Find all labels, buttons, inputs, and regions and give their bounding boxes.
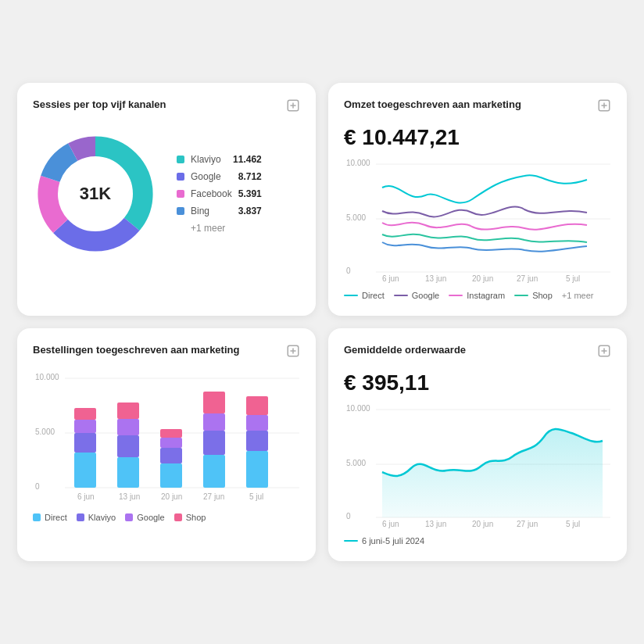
aov-y-10000: 10.000 (346, 404, 370, 413)
aov-svg: 10.000 5.000 0 6 jun 13 jun 20 jun 27 ju… (344, 402, 611, 527)
legend-dot-klaviyo (177, 156, 184, 163)
bar-6jun-google (74, 420, 96, 433)
legend-item-klaviyo: Klaviyo 11.462 (177, 154, 262, 165)
legend-value-google: 8.712 (238, 171, 262, 182)
aov-card: Gemiddelde orderwaarde € 395,11 10.000 5… (328, 328, 627, 561)
donut-chart: 31K (33, 131, 158, 256)
bar-27jun-direct (203, 455, 225, 488)
aov-legend: 6 juni-5 juli 2024 (344, 536, 611, 546)
bar-27jun-klaviyo (203, 431, 225, 455)
bar-x-5jul: 5 jul (249, 492, 263, 501)
donut-card: Sessies per top vijf kanalen (17, 83, 316, 316)
omzet-x-13jun: 13 jun (425, 274, 446, 283)
omzet-legend-label-direct: Direct (362, 291, 385, 300)
legend-label-klaviyo: Klaviyo (191, 154, 227, 165)
bestellingen-legend-label-klaviyo: Klaviyo (88, 513, 116, 522)
bar-y-5000: 5.000 (35, 428, 55, 436)
omzet-line-instagram (382, 223, 587, 230)
bestellingen-title: Bestellingen toegeschreven aan marketing (33, 344, 239, 356)
aov-legend-item: 6 juni-5 juli 2024 (344, 536, 424, 546)
bar-20jun-shop (160, 429, 182, 438)
aov-amount: € 395,11 (344, 370, 611, 395)
legend-label-bing: Bing (191, 206, 232, 216)
legend-value-facebook: 5.391 (238, 188, 262, 199)
bar-13jun-klaviyo (117, 435, 139, 457)
aov-x-20jun: 20 jun (472, 520, 493, 528)
bestellingen-svg: 10.000 5.000 0 (33, 370, 300, 503)
bestellingen-export-icon[interactable] (286, 344, 300, 361)
omzet-y-5000: 5.000 (346, 213, 366, 222)
legend-value-bing: 3.837 (238, 206, 262, 216)
omzet-legend-label-instagram: Instagram (467, 291, 505, 300)
omzet-line-direct2 (382, 242, 587, 252)
bestellingen-legend-shop: Shop (174, 513, 206, 522)
aov-legend-line (344, 540, 358, 542)
bar-5jul-klaviyo (246, 431, 268, 451)
donut-center-value: 31K (80, 184, 111, 204)
bestellingen-legend-label-direct: Direct (45, 513, 67, 522)
bestellingen-legend-google: Google (125, 513, 164, 522)
omzet-legend-line-google (394, 295, 408, 296)
omzet-x-5jul: 5 jul (566, 274, 580, 283)
omzet-card: Omzet toegeschreven aan marketing € 10.4… (328, 83, 627, 316)
omzet-x-6jun: 6 jun (382, 274, 399, 283)
aov-y-0: 0 (346, 512, 351, 521)
omzet-legend-google: Google (394, 291, 439, 300)
bestellingen-legend-direct: Direct (33, 513, 67, 522)
legend-dot-bing (177, 207, 184, 215)
omzet-line-shop (382, 234, 587, 242)
bestellingen-legend: Direct Klaviyo Google Shop (33, 513, 300, 522)
omzet-x-20jun: 20 jun (472, 274, 493, 283)
bestellingen-legend-klaviyo: Klaviyo (77, 513, 116, 522)
omzet-line-direct (382, 175, 587, 202)
aov-export-icon[interactable] (597, 344, 611, 361)
omzet-x-27jun: 27 jun (517, 274, 538, 283)
bar-x-6jun: 6 jun (77, 492, 95, 501)
aov-x-27jun: 27 jun (517, 520, 538, 528)
omzet-legend-line-shop (514, 295, 528, 296)
aov-area-fill (382, 429, 603, 517)
aov-legend-label: 6 juni-5 juli 2024 (362, 536, 424, 546)
bar-y-10000: 10.000 (35, 373, 59, 381)
donut-content: 31K Klaviyo 11.462 Google 8.712 Facebook… (33, 125, 300, 263)
legend-dot-facebook (177, 190, 184, 198)
bestellingen-chart-area: 10.000 5.000 0 (33, 370, 300, 506)
legend-item-google: Google 8.712 (177, 171, 262, 182)
bar-13jun-direct (117, 457, 139, 488)
bestellingen-legend-dot-direct (33, 513, 41, 521)
omzet-legend-more: +1 meer (562, 291, 594, 300)
omzet-legend-line-direct (344, 295, 358, 296)
legend-label-facebook: Facebook (191, 188, 232, 199)
omzet-legend-label-google: Google (412, 291, 439, 300)
donut-title: Sessies per top vijf kanalen (33, 98, 166, 110)
bar-6jun-klaviyo (74, 433, 96, 453)
aov-x-5jul: 5 jul (566, 520, 580, 528)
aov-title: Gemiddelde orderwaarde (344, 344, 466, 356)
bar-13jun-google (117, 419, 139, 435)
bar-27jun-shop (203, 392, 225, 413)
bar-x-13jun: 13 jun (119, 492, 140, 501)
omzet-legend-label-shop: Shop (532, 291, 553, 300)
aov-card-header: Gemiddelde orderwaarde (344, 344, 611, 361)
bar-5jul-shop (246, 396, 268, 415)
aov-x-6jun: 6 jun (382, 520, 399, 528)
legend-dot-google (177, 173, 184, 181)
omzet-legend-line-instagram (449, 295, 463, 296)
donut-export-icon[interactable] (286, 98, 300, 116)
omzet-chart-area: 10.000 5.000 0 6 jun 13 jun 20 jun 27 ju… (344, 156, 611, 284)
bestellingen-legend-dot-shop (174, 513, 182, 521)
donut-legend: Klaviyo 11.462 Google 8.712 Facebook 5.3… (177, 154, 262, 234)
omzet-export-icon[interactable] (597, 98, 611, 116)
bar-6jun-shop (74, 408, 96, 420)
aov-y-5000: 5.000 (346, 459, 366, 467)
omzet-svg: 10.000 5.000 0 6 jun 13 jun 20 jun 27 ju… (344, 156, 611, 281)
legend-more: +1 meer (177, 223, 262, 234)
aov-chart-area: 10.000 5.000 0 6 jun 13 jun 20 jun 27 ju… (344, 402, 611, 530)
bestellingen-card-header: Bestellingen toegeschreven aan marketing (33, 344, 300, 361)
omzet-legend-label-more: +1 meer (562, 291, 594, 300)
legend-item-bing: Bing 3.837 (177, 206, 262, 216)
bestellingen-legend-dot-klaviyo (77, 513, 84, 521)
omzet-y-0: 0 (346, 267, 351, 275)
bar-5jul-direct (246, 451, 268, 488)
omzet-line-google (382, 207, 587, 217)
